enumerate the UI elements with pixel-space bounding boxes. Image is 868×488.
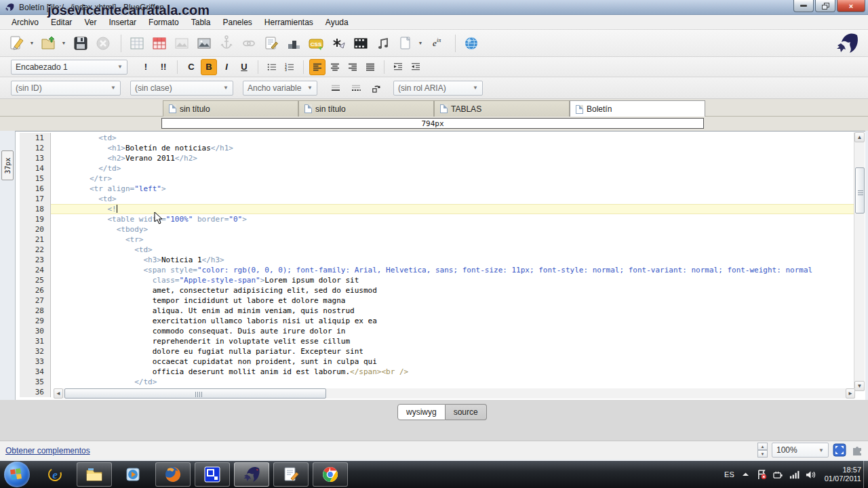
id-select[interactable]: (sin ID)▼ [11, 81, 121, 96]
new-document-dropdown-arrow[interactable]: ▼ [29, 33, 35, 54]
minimize-button[interactable] [793, 0, 814, 12]
math-editor-button[interactable]: eiπ [427, 33, 448, 54]
spinner-up-icon[interactable]: ▲ [757, 443, 768, 450]
start-button[interactable] [4, 462, 30, 487]
document-tab-1[interactable]: sin título [163, 100, 298, 117]
width-select[interactable]: Ancho variable▼ [243, 81, 317, 96]
taskbar-firefox[interactable] [155, 462, 191, 487]
align-center-button[interactable] [327, 59, 343, 75]
insert-table-button[interactable] [127, 33, 147, 54]
code-line-32[interactable]: 32 dolore eu fugiat nulla pariatur. Exce… [16, 346, 854, 357]
taskbar-bluegriffon[interactable] [234, 462, 269, 487]
code-line-16[interactable]: 16 <tr align="left"> [16, 184, 854, 194]
menu-insertar[interactable]: Insertar [102, 16, 142, 28]
insert-video-button[interactable] [351, 33, 371, 54]
code-line-21[interactable]: 21 <tr> [16, 235, 854, 245]
code-format-button[interactable]: C [183, 59, 199, 75]
view-toggle-source[interactable]: source [446, 404, 487, 420]
taskbar-internet-explorer[interactable]: e [37, 462, 73, 487]
insert-image-button[interactable] [172, 33, 192, 54]
menu-tabla[interactable]: Tabla [185, 16, 217, 28]
code-line-31[interactable]: 31 reprehenderit in voluptate velit esse… [16, 336, 854, 346]
code-line-12[interactable]: 12 <h1>Boletín de noticias</h1> [16, 143, 854, 153]
code-line-15[interactable]: 15 </tr> [16, 174, 854, 184]
taskbar-windows-explorer[interactable] [77, 462, 112, 487]
menu-ayuda[interactable]: Ayuda [319, 16, 355, 28]
horizontal-scrollbar[interactable]: ◄ ► [54, 388, 855, 399]
title-bar[interactable]: Boletín [file:/.../index.xhtml] - BlueGr… [0, 0, 868, 15]
bullet-list-button[interactable] [264, 59, 280, 75]
code-line-13[interactable]: 13 <h2>Verano 2011</h2> [16, 153, 854, 163]
code-line-33[interactable]: 33 occaecat cupidatat non proident, sunt… [16, 357, 854, 367]
numbered-list-button[interactable]: 123 [281, 59, 298, 75]
hidden-icons-arrow[interactable] [741, 470, 751, 480]
strong-emphasis-button[interactable]: !! [155, 59, 172, 75]
bold-button[interactable]: B [201, 59, 217, 75]
network-signal-icon[interactable] [789, 470, 800, 480]
blank-page-button[interactable] [395, 33, 416, 54]
menu-formato[interactable]: Formato [142, 16, 185, 28]
get-addons-link[interactable]: Obtener complementos [5, 446, 90, 455]
code-line-26[interactable]: 26 amet, consectetur adipisicing elit, s… [16, 285, 854, 296]
document-tab-3[interactable]: TABLAS [434, 100, 570, 117]
code-line-14[interactable]: 14 </td> [16, 163, 854, 174]
save-file-button[interactable] [71, 33, 91, 54]
insert-image-alt-button[interactable] [194, 33, 214, 54]
indent-button[interactable] [390, 59, 406, 75]
vertical-scrollbar[interactable]: ▲ ▼ [854, 132, 865, 391]
code-line-18[interactable]: 18 <! [16, 204, 854, 214]
zoom-spinner[interactable]: ▲▼ [757, 443, 768, 458]
class-select[interactable]: (sin clase)▼ [130, 81, 233, 96]
rotate-button[interactable] [368, 80, 385, 96]
emphasis-button[interactable]: ! [138, 59, 154, 75]
css-editor-button[interactable]: CSS [306, 33, 326, 54]
outdent-button[interactable] [408, 59, 424, 75]
code-line-24[interactable]: 24 <span style="color: rgb(0, 0, 0); fon… [16, 265, 854, 275]
language-indicator[interactable]: ES [724, 470, 734, 479]
blank-page-dropdown-arrow[interactable]: ▼ [418, 33, 423, 54]
new-document-button[interactable] [7, 33, 27, 54]
code-line-29[interactable]: 29 exercitation ullamco laboris nisi ut … [16, 316, 854, 326]
restore-button[interactable] [815, 0, 835, 12]
scroll-up-arrow[interactable]: ▲ [854, 132, 865, 142]
anchor-button[interactable] [216, 33, 237, 54]
code-line-34[interactable]: 34 officia deserunt mollit anim id est l… [16, 367, 854, 377]
scroll-left-arrow[interactable]: ◄ [54, 388, 63, 399]
view-toggle-wysiwyg[interactable]: wysiwyg [397, 404, 446, 420]
horizontal-scroll-thumb[interactable] [64, 388, 326, 399]
preview-browser-button[interactable] [461, 33, 481, 54]
code-line-23[interactable]: 23 <h3>Noticia 1</h3> [16, 255, 854, 265]
form-editor-button[interactable] [261, 33, 281, 54]
aria-role-select[interactable]: (sin rol ARIA)▼ [393, 81, 483, 96]
action-center-flag-icon[interactable] [757, 470, 767, 480]
blocks-button[interactable] [283, 33, 304, 54]
taskbar-clock[interactable]: 18:57 01/07/2011 [825, 466, 861, 483]
menu-ver[interactable]: Ver [78, 16, 102, 28]
document-tab-4[interactable]: Boletín [570, 100, 705, 117]
taskbar-media-player[interactable] [116, 462, 151, 487]
code-line-20[interactable]: 20 <tbody> [16, 224, 854, 235]
code-line-25[interactable]: 25 class="Apple-style-span">Lorem ipsum … [16, 275, 854, 285]
line-style-dashed-button[interactable] [347, 80, 365, 96]
code-line-19[interactable]: 19 <table width="100%" border="0"> [16, 214, 854, 224]
insert-audio-button[interactable] [373, 33, 393, 54]
close-button[interactable]: × [837, 0, 865, 12]
volume-icon[interactable] [806, 470, 816, 480]
addons-puzzle-icon[interactable] [850, 443, 864, 457]
code-line-28[interactable]: 28 aliqua. Ut enim ad minim veniam, quis… [16, 306, 854, 316]
show-desktop-button[interactable] [863, 461, 868, 488]
align-left-button[interactable] [309, 59, 326, 75]
scroll-down-arrow[interactable]: ▼ [854, 381, 865, 391]
code-line-17[interactable]: 17 <td> [16, 194, 854, 204]
open-file-dropdown-arrow[interactable]: ▼ [61, 33, 66, 54]
menu-paneles[interactable]: Paneles [216, 16, 258, 28]
scroll-right-arrow[interactable]: ► [846, 388, 855, 399]
document-tab-2[interactable]: sin título [298, 100, 434, 117]
fullscreen-icon[interactable] [833, 443, 846, 457]
insert-table-styled-button[interactable] [149, 33, 170, 54]
taskbar-chrome[interactable] [313, 462, 348, 487]
zoom-select[interactable]: 100%▼ [772, 443, 829, 458]
source-editor[interactable]: 11 <td>12 <h1>Boletín de noticias</h1>13… [15, 131, 865, 400]
menu-herramientas[interactable]: Herramientas [258, 16, 319, 28]
code-line-30[interactable]: 30 commodo consequat. Duis aute irure do… [16, 326, 854, 336]
